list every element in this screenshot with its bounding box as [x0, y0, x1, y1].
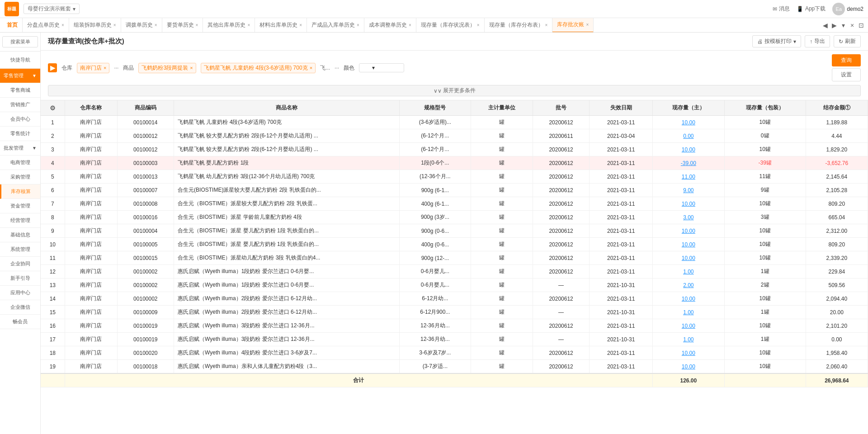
company-select[interactable]: 母婴行业演示账套 ▾: [24, 4, 80, 14]
filter-expand-button[interactable]: ▶: [48, 63, 57, 72]
color-dropdown[interactable]: ▾: [359, 63, 404, 72]
cell-stock-main[interactable]: 10.00: [653, 360, 725, 374]
cell-stock-main[interactable]: 10.00: [653, 238, 725, 251]
main-layout: 搜索菜单 快捷导航 零售管理 ▼ 零售商城 营销推广 会员中心 零售统计 批发管…: [0, 33, 868, 434]
close-icon[interactable]: ×: [247, 23, 250, 28]
cell-stock-main[interactable]: 11.00: [653, 170, 725, 184]
cell-num: 11: [41, 251, 65, 265]
cell-stock-pack: 10罐: [724, 251, 806, 265]
cell-batch: 20200612: [533, 346, 589, 360]
sidebar-item-wechat[interactable]: 企业微信: [0, 300, 40, 315]
close-icon[interactable]: ×: [113, 23, 116, 28]
sidebar-item-ops[interactable]: 经营管理: [0, 213, 40, 228]
sidebar-item-newbie[interactable]: 新手引导: [0, 271, 40, 286]
tab-more-button[interactable]: ▾: [839, 18, 848, 33]
expand-more-conditions-button[interactable]: ∨∨ 展开更多条件: [48, 85, 861, 96]
product-tag-1[interactable]: 飞鹤奶粉3段两提装 ×: [138, 63, 196, 73]
cell-stock-main[interactable]: 10.00: [653, 116, 725, 129]
sidebar-item-system[interactable]: 系统管理: [0, 242, 40, 257]
sidebar-item-wholesale[interactable]: 批发管理 ▼: [0, 141, 40, 156]
tab-chan-pin[interactable]: 产成品入库单历史 ×: [307, 18, 364, 33]
sidebar-item-retail-mgmt[interactable]: 零售管理 ▼: [0, 69, 40, 83]
tab-ku-cun-pi[interactable]: 库存批次账 ×: [552, 18, 594, 33]
cell-stock-main[interactable]: 10.00: [653, 251, 725, 265]
sidebar-item-member2[interactable]: 畅会员: [0, 315, 40, 329]
sidebar-item-ecommerce[interactable]: 电商管理: [0, 156, 40, 170]
cell-stock-main[interactable]: 0.00: [653, 129, 725, 143]
close-icon[interactable]: ×: [545, 23, 548, 28]
cell-stock-main[interactable]: 10.00: [653, 224, 725, 238]
cell-stock-main[interactable]: 3.00: [653, 211, 725, 224]
user-area[interactable]: Ea demo2: [832, 3, 863, 15]
sidebar-item-app-center[interactable]: 应用中心: [0, 286, 40, 300]
cell-spec: 6-12月900...: [400, 306, 471, 319]
close-icon[interactable]: ×: [299, 23, 302, 28]
tab-fen-pan[interactable]: 分盘点单历史 ×: [23, 18, 69, 33]
cell-name: 惠氏启赋（Wyeth illuma）3段奶粉 爱尔兰进口 12-36月...: [174, 333, 400, 346]
app-download-button[interactable]: 📱 App下载: [797, 5, 826, 13]
refresh-button[interactable]: ↻ 刷新: [834, 35, 861, 47]
tab-xian-cun-zhuang[interactable]: 现存量（库存状况表） ×: [416, 18, 485, 33]
tab-zu-chai[interactable]: 组装拆卸单历史 ×: [69, 18, 121, 33]
sidebar-item-retail-stats[interactable]: 零售统计: [0, 127, 40, 141]
tab-xian-cun-fen[interactable]: 现存量（库存分布表） ×: [485, 18, 553, 33]
cell-stock-main[interactable]: 1.00: [653, 265, 725, 278]
product-tag-2[interactable]: 飞鹤星飞帆 儿童奶粉 4段(3-6岁适用) 700克 ×: [201, 63, 316, 73]
tab-diao-bo[interactable]: 调拨单历史 ×: [121, 18, 162, 33]
export-button[interactable]: ↑ 导出: [805, 35, 830, 47]
sidebar-item-purchase[interactable]: 采购管理: [0, 170, 40, 184]
cell-stock-main[interactable]: 10.00: [653, 292, 725, 306]
cell-expire: 2021-03-11: [590, 319, 653, 333]
cell-stock-main[interactable]: 10.00: [653, 346, 725, 360]
cell-code: 00100009: [117, 306, 174, 319]
quick-nav-button[interactable]: 快捷导航: [0, 54, 40, 66]
close-icon[interactable]: ×: [155, 23, 157, 28]
gear-icon[interactable]: ⚙: [50, 104, 56, 112]
product-ellipsis[interactable]: ···: [335, 65, 339, 71]
settings-button[interactable]: 设置: [832, 68, 861, 81]
search-menu-button[interactable]: 搜索菜单: [2, 36, 38, 47]
cell-stock-main[interactable]: 10.00: [653, 143, 725, 156]
sidebar-item-enterprise[interactable]: 企业协同: [0, 257, 40, 271]
close-icon[interactable]: ×: [357, 23, 359, 28]
sidebar-item-label: 企业微信: [2, 304, 38, 311]
query-button[interactable]: 查询: [832, 54, 861, 66]
cell-stock-main[interactable]: 1.00: [653, 306, 725, 319]
sidebar-item-inventory[interactable]: 库存核算: [0, 184, 40, 199]
close-icon[interactable]: ×: [586, 22, 589, 27]
sidebar-item-finance[interactable]: 资金管理: [0, 199, 40, 213]
tab-home[interactable]: 首页: [2, 18, 23, 33]
cell-stock-main[interactable]: 2.00: [653, 278, 725, 292]
product-tag-2-close-icon[interactable]: ×: [310, 65, 312, 71]
sidebar-item-member[interactable]: 会员中心: [0, 112, 40, 127]
cell-stock-main[interactable]: 9.00: [653, 184, 725, 197]
tab-cheng-ben[interactable]: 成本调整单历史 ×: [364, 18, 416, 33]
tab-prev-button[interactable]: ◀: [821, 18, 830, 33]
sidebar-item-marketing[interactable]: 营销推广: [0, 98, 40, 112]
cell-stock-main[interactable]: 10.00: [653, 197, 725, 211]
close-icon[interactable]: ×: [196, 23, 198, 28]
tab-expand-button[interactable]: ⊡: [857, 18, 866, 33]
close-icon[interactable]: ×: [61, 23, 64, 28]
template-print-button[interactable]: 🖨 按模板打印 ▾: [752, 35, 801, 47]
product-tag-1-close-icon[interactable]: ×: [190, 65, 193, 71]
cell-stock-main[interactable]: 10.00: [653, 319, 725, 333]
message-button[interactable]: ✉ 消息: [773, 5, 790, 13]
tab-qi-ta[interactable]: 其他出库单历史 ×: [203, 18, 255, 33]
warehouse-close-icon[interactable]: ×: [104, 65, 106, 71]
warehouse-ellipsis[interactable]: ···: [114, 65, 118, 71]
cell-balance: 809.20: [806, 238, 868, 251]
sidebar-item-basic[interactable]: 基础信息: [0, 228, 40, 242]
sidebar-item-retail-shop[interactable]: 零售商城: [0, 83, 40, 98]
close-icon[interactable]: ×: [409, 23, 411, 28]
col-gear: ⚙: [41, 100, 65, 116]
tab-yao-huo[interactable]: 要货单历史 ×: [162, 18, 203, 33]
tab-cai-liao[interactable]: 材料出库单历史 ×: [255, 18, 307, 33]
warehouse-filter-tag[interactable]: 南岸门店 ×: [77, 63, 109, 73]
tab-close-all-button[interactable]: ×: [848, 18, 857, 33]
cell-stock-main[interactable]: 1.00: [653, 333, 725, 346]
cell-spec: 900g (3岁...: [400, 211, 471, 224]
tab-next-button[interactable]: ▶: [830, 18, 839, 33]
close-icon[interactable]: ×: [477, 23, 480, 28]
cell-name: 合生元（BIOSTIME）派星 婴儿配方奶粉 1段 乳铁蛋白的...: [174, 224, 400, 238]
